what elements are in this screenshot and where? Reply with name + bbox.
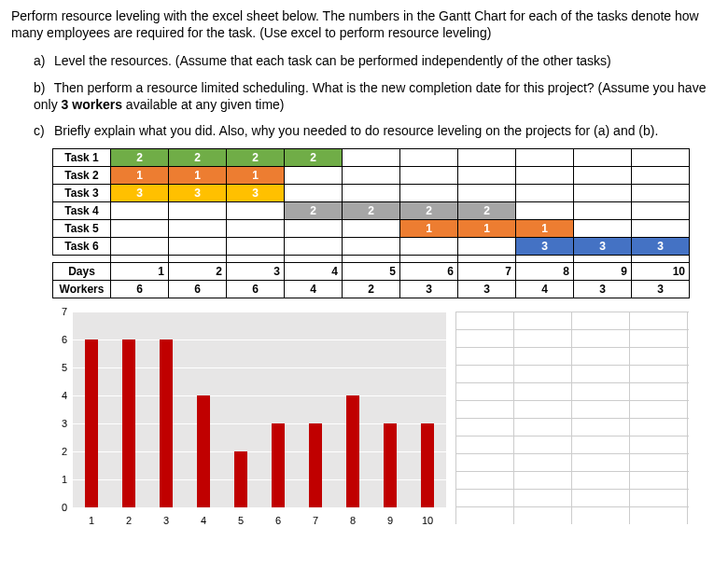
gantt-row-task4: Task 4 2 2 2 2	[53, 202, 690, 220]
x-tick-label: 7	[297, 515, 334, 526]
task2-header: Task 2	[53, 167, 111, 185]
gantt-table: Task 1 2 2 2 2 Task 2 1 1 1 Task 3 3 3 3…	[52, 148, 690, 298]
chart-bar	[85, 340, 98, 507]
chart-plot-area	[73, 312, 446, 507]
x-tick-label: 6	[259, 515, 297, 526]
day-1: 1	[111, 263, 169, 281]
t4-d6: 2	[400, 202, 458, 220]
gantt-row-task1: Task 1 2 2 2 2	[53, 149, 690, 167]
chart-bar	[234, 451, 247, 507]
x-tick-label: 9	[371, 515, 409, 526]
workers-header: Workers	[53, 281, 111, 298]
question-b-mid: available at any given time)	[122, 97, 285, 112]
question-a-label: a)	[34, 52, 50, 69]
gantt-row-task3: Task 3 3 3 3	[53, 185, 690, 202]
excel-grid-right	[455, 312, 689, 524]
chart-bar	[346, 395, 359, 507]
x-tick-label: 8	[334, 515, 371, 526]
day-2: 2	[169, 263, 227, 281]
intro-text: Perform resource leveling with the excel…	[11, 7, 717, 41]
t6-d10: 3	[632, 238, 690, 256]
t4-d5: 2	[343, 202, 400, 220]
t5-d6: 1	[400, 220, 458, 238]
y-tick-label: 3	[52, 418, 67, 429]
task1-header: Task 1	[53, 149, 111, 167]
chart-bar	[160, 340, 173, 507]
day-7: 7	[458, 263, 516, 281]
t3-d2: 3	[169, 185, 227, 202]
gantt-row-workers: Workers 6 6 6 4 2 3 3 4 3 3	[53, 281, 690, 298]
t2-d3: 1	[227, 167, 285, 185]
gantt-row-task2: Task 2 1 1 1	[53, 167, 690, 185]
task5-header: Task 5	[53, 220, 111, 238]
chart-bar	[384, 423, 397, 507]
workers-2: 6	[169, 281, 227, 298]
chart-bar	[272, 423, 285, 507]
t1-d3: 2	[227, 149, 285, 167]
workers-7: 3	[458, 281, 516, 298]
t4-d4: 2	[285, 202, 343, 220]
t1-d1: 2	[111, 149, 169, 167]
day-5: 5	[343, 263, 400, 281]
question-c: c) Briefly explain what you did. Also, w…	[34, 122, 717, 139]
workers-9: 3	[574, 281, 632, 298]
y-tick-label: 6	[52, 334, 67, 345]
t2-d1: 1	[111, 167, 169, 185]
y-tick-label: 4	[52, 390, 67, 401]
y-tick-label: 5	[52, 362, 67, 373]
bar-chart: 0123456712345678910	[52, 312, 687, 535]
t1-d4: 2	[285, 149, 343, 167]
t5-d8: 1	[516, 220, 574, 238]
x-tick-label: 4	[185, 515, 222, 526]
day-6: 6	[400, 263, 458, 281]
workers-4: 4	[285, 281, 343, 298]
question-c-text: Briefly explain what you did. Also, why …	[54, 123, 658, 138]
question-a: a) Level the resources. (Assume that eac…	[34, 52, 717, 69]
t3-d1: 3	[111, 185, 169, 202]
day-10: 10	[632, 263, 690, 281]
chart-bar	[309, 423, 322, 507]
workers-3: 6	[227, 281, 285, 298]
t5-d7: 1	[458, 220, 516, 238]
days-header: Days	[53, 263, 111, 281]
t6-d9: 3	[574, 238, 632, 256]
task3-header: Task 3	[53, 185, 111, 202]
y-tick-label: 1	[52, 474, 67, 485]
t6-d8: 3	[516, 238, 574, 256]
question-a-text: Level the resources. (Assume that each t…	[54, 53, 611, 68]
question-b: b) Then perform a resource limited sched…	[34, 79, 717, 113]
question-b-label: b)	[34, 79, 50, 96]
gantt-row-task6: Task 6 3 3 3	[53, 238, 690, 256]
chart-bar	[197, 395, 210, 507]
x-tick-label: 5	[222, 515, 259, 526]
question-b-bold: 3 workers	[62, 97, 122, 112]
question-list: a) Level the resources. (Assume that eac…	[34, 52, 717, 139]
workers-5: 2	[343, 281, 400, 298]
workers-8: 4	[516, 281, 574, 298]
question-c-label: c)	[34, 122, 50, 139]
x-tick-label: 3	[147, 515, 185, 526]
day-3: 3	[227, 263, 285, 281]
chart-bar	[122, 340, 135, 507]
t4-d7: 2	[458, 202, 516, 220]
gantt-row-days: Days 1 2 3 4 5 6 7 8 9 10	[53, 263, 690, 281]
workers-1: 6	[111, 281, 169, 298]
x-tick-label: 2	[110, 515, 147, 526]
task4-header: Task 4	[53, 202, 111, 220]
day-8: 8	[516, 263, 574, 281]
y-tick-label: 2	[52, 446, 67, 457]
chart-bar	[421, 423, 434, 507]
x-tick-label: 1	[73, 515, 110, 526]
t3-d3: 3	[227, 185, 285, 202]
workers-6: 3	[400, 281, 458, 298]
y-tick-label: 0	[52, 502, 67, 513]
day-9: 9	[574, 263, 632, 281]
workers-10: 3	[632, 281, 690, 298]
t1-d2: 2	[169, 149, 227, 167]
y-tick-label: 7	[52, 306, 67, 317]
x-tick-label: 10	[409, 515, 446, 526]
gantt-container: Task 1 2 2 2 2 Task 2 1 1 1 Task 3 3 3 3…	[52, 148, 717, 298]
day-4: 4	[285, 263, 343, 281]
t2-d2: 1	[169, 167, 227, 185]
task6-header: Task 6	[53, 238, 111, 256]
